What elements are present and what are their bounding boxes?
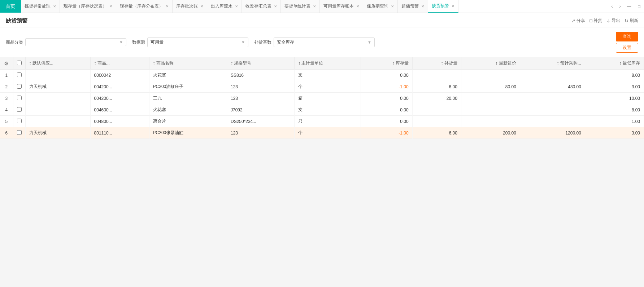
cell-name-2: 三九 — [149, 93, 227, 104]
cell-forecast-1: 480.00 — [520, 81, 585, 93]
cell-name-4: 离合片 — [149, 116, 227, 127]
tab-label-expiry-query: 保质期查询 — [367, 3, 388, 9]
row-checkbox-0[interactable] — [17, 72, 22, 77]
row-checkbox-4[interactable] — [17, 119, 22, 123]
datasource-select[interactable]: 可用量 ▼ — [147, 37, 248, 47]
tab-batch-account[interactable]: 库存批次账✕ — [173, 0, 207, 13]
th-supplier: ↕ 默认供应... — [25, 57, 90, 70]
cell-supplier-4 — [25, 116, 90, 127]
cell-stock-0: 0.00 — [361, 70, 412, 81]
cell-supplier-5: 力天机械 — [25, 127, 90, 139]
cell-stock-5: -1.00 — [361, 127, 412, 139]
th-code-label: ↕ 商品... — [94, 61, 110, 66]
th-replenish-label: ↕ 补货量 — [441, 61, 457, 66]
tab-close-stock-dist[interactable]: ✕ — [166, 4, 169, 8]
datasource-filter-group: 数据源 可用量 ▼ — [132, 37, 248, 47]
cell-replenish-3 — [412, 104, 461, 116]
tab-expiry-query[interactable]: 保质期查询✕ — [363, 0, 398, 13]
tab-label-order-stats: 要货单统计表 — [284, 3, 310, 9]
cell-name-0: 火花塞 — [149, 70, 227, 81]
tab-close-stock-status[interactable]: ✕ — [109, 4, 112, 8]
tab-abnormal[interactable]: 拣货异常处理✕ — [21, 0, 60, 13]
replenish-base-filter-group: 补货基数 安全库存 ▼ — [254, 37, 375, 47]
tab-close-overstock[interactable]: ✕ — [421, 4, 424, 8]
cell-checkbox-4[interactable] — [13, 116, 25, 127]
tab-minimize-btn[interactable]: — — [624, 0, 634, 13]
share-action[interactable]: ➚ 分享 — [571, 18, 585, 24]
tab-home[interactable]: 首页 — [0, 0, 21, 13]
tab-home-label: 首页 — [6, 3, 15, 10]
cell-spec-5: 123 — [227, 127, 294, 139]
gear-icon[interactable]: ⚙ — [4, 61, 9, 66]
th-minstock: ↕ 最低库存 — [585, 57, 644, 70]
tab-shortage[interactable]: 缺货预警✕ — [428, 0, 458, 13]
tab-label-overstock: 超储预警 — [401, 3, 419, 9]
row-checkbox-5[interactable] — [17, 130, 22, 135]
tab-order-stats[interactable]: 要货单统计表✕ — [281, 0, 320, 13]
replenish-action[interactable]: □ 补货 — [589, 18, 602, 24]
cell-checkbox-1[interactable] — [13, 81, 25, 93]
replenish-label: 补货 — [593, 18, 602, 24]
th-stock-label: ↕ 库存量 — [392, 61, 408, 66]
export-icon: ⇓ — [606, 18, 610, 23]
category-filter-group: 商品分类 ▼ — [6, 38, 126, 46]
cell-num-4: 5 — [0, 116, 13, 127]
row-checkbox-2[interactable] — [17, 96, 22, 100]
tab-close-order-stats[interactable]: ✕ — [313, 4, 316, 8]
cell-stock-2: 0.00 — [361, 93, 412, 104]
cell-num-1: 2 — [0, 81, 13, 93]
tab-stock-status[interactable]: 现存量（库存状况表）✕ — [60, 0, 116, 13]
cell-unit-1: 个 — [294, 81, 361, 93]
tab-close-receive-summary[interactable]: ✕ — [274, 4, 277, 8]
refresh-icon: ↻ — [625, 18, 628, 23]
refresh-action[interactable]: ↻ 刷新 — [625, 18, 638, 24]
table-row: 3 004200... 三九 123 箱 0.00 20.00 10.00 — [0, 93, 644, 104]
cell-spec-1: 123 — [227, 81, 294, 93]
tab-close-inout-flow[interactable]: ✕ — [235, 4, 238, 8]
cell-price-0 — [461, 70, 520, 81]
cell-forecast-5: 1200.00 — [520, 127, 585, 139]
category-select[interactable]: ▼ — [25, 38, 126, 46]
tab-available-ledger[interactable]: 可用量库存账本✕ — [320, 0, 363, 13]
cell-minstock-3: 8.00 — [585, 104, 644, 116]
cell-code-1: 004200... — [90, 81, 149, 93]
cell-unit-5: 个 — [294, 127, 361, 139]
tab-close-available-ledger[interactable]: ✕ — [356, 4, 359, 8]
cell-name-3: 火花塞 — [149, 104, 227, 116]
cell-replenish-5: 6.00 — [412, 127, 461, 139]
table-container: ⚙ ↕ 默认供应... ↕ 商品... ↕ 商品名称 ↕ — [0, 57, 644, 139]
cell-code-5: 801110... — [90, 127, 149, 139]
th-price-label: ↕ 最新进价 — [496, 61, 516, 66]
refresh-label: 刷新 — [630, 18, 638, 24]
replenish-base-select[interactable]: 安全库存 ▼ — [274, 37, 375, 47]
cell-checkbox-0[interactable] — [13, 70, 25, 81]
cell-price-1: 80.00 — [461, 81, 520, 93]
tab-overstock[interactable]: 超储预警✕ — [398, 0, 428, 13]
row-checkbox-1[interactable] — [17, 84, 22, 89]
cell-checkbox-3[interactable] — [13, 104, 25, 116]
tab-next-btn[interactable]: › — [616, 0, 624, 13]
setting-button[interactable]: 设置 — [616, 43, 638, 53]
tab-close-abnormal[interactable]: ✕ — [53, 4, 56, 8]
tab-prev-btn[interactable]: ‹ — [608, 0, 616, 13]
export-action[interactable]: ⇓ 导出 — [606, 18, 620, 24]
cell-checkbox-5[interactable] — [13, 127, 25, 139]
header-actions: ➚ 分享 □ 补货 ⇓ 导出 ↻ 刷新 — [571, 18, 638, 24]
th-forecast: ↕ 预计采购... — [520, 57, 585, 70]
tab-receive-summary[interactable]: 收发存汇总表✕ — [242, 0, 281, 13]
row-checkbox-3[interactable] — [17, 107, 22, 112]
gear-th: ⚙ — [0, 57, 13, 70]
tab-close-expiry-query[interactable]: ✕ — [391, 4, 394, 8]
cell-forecast-3 — [520, 104, 585, 116]
cell-checkbox-2[interactable] — [13, 93, 25, 104]
cell-minstock-4: 1.00 — [585, 116, 644, 127]
tab-close-batch-account[interactable]: ✕ — [200, 4, 203, 8]
select-all-checkbox[interactable] — [17, 61, 22, 65]
datasource-value: 可用量 — [151, 39, 164, 45]
tab-stock-dist[interactable]: 现存量（库存分布表）✕ — [116, 0, 173, 13]
tab-close-shortage[interactable]: ✕ — [452, 4, 454, 8]
tab-maximize-btn[interactable]: □ — [634, 0, 644, 13]
query-button[interactable]: 查询 — [616, 32, 638, 41]
tab-inout-flow[interactable]: 出入库流水✕ — [207, 0, 242, 13]
th-minstock-label: ↕ 最低库存 — [619, 61, 640, 66]
